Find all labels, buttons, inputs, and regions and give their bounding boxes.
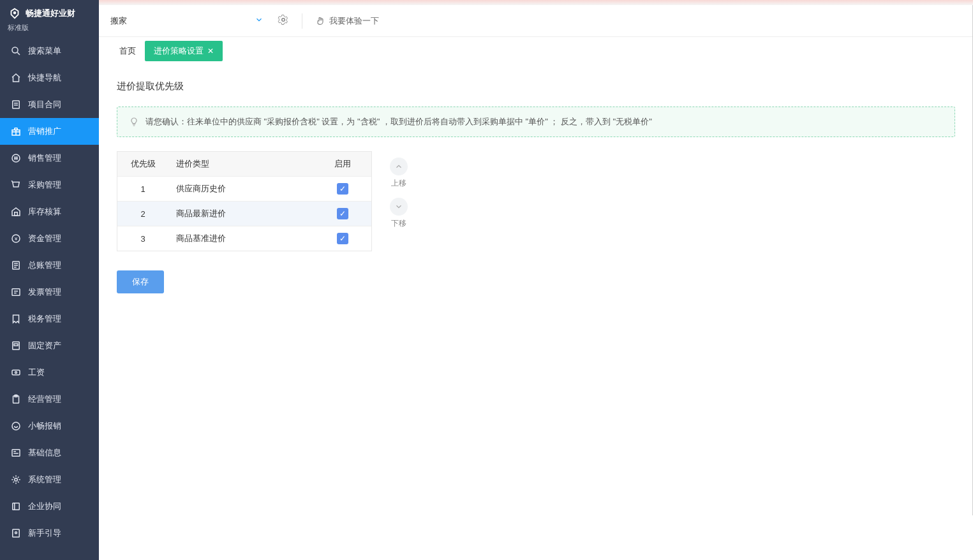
sidebar-item-search[interactable]: 搜索菜单: [0, 38, 99, 64]
move-controls: 上移 下移: [390, 151, 408, 238]
contract-icon: [10, 99, 22, 110]
sidebar-item-basicinfo[interactable]: 基础信息: [0, 439, 99, 466]
sidebar-item-guide[interactable]: 新手引导: [0, 520, 99, 547]
cell-priority: 3: [117, 228, 168, 250]
move-down-button[interactable]: [390, 198, 408, 216]
sales-icon: [10, 152, 22, 164]
expense-icon: [10, 420, 22, 432]
sidebar-item-sales[interactable]: 销售管理: [0, 145, 99, 172]
sidebar-item-expense[interactable]: 小畅报销: [0, 413, 99, 439]
info-icon: [10, 447, 22, 459]
sidebar-item-invoice[interactable]: 发票管理: [0, 279, 99, 306]
svg-point-24: [15, 372, 17, 374]
move-up-label: 上移: [391, 178, 406, 189]
tab-home[interactable]: 首页: [110, 41, 145, 61]
main-menu: 搜索菜单 快捷导航 项目合同 营销推广 销售管理 采购管理 库存核算 ¥资金管理…: [0, 38, 99, 547]
th-type: 进价类型: [168, 152, 314, 176]
sidebar-item-marketing[interactable]: 营销推广: [0, 118, 99, 145]
invoice-icon: [10, 286, 22, 298]
svg-rect-22: [14, 344, 18, 346]
brand: 畅捷通好业财: [0, 0, 99, 23]
gear-icon: [10, 474, 22, 485]
sidebar-item-label: 小畅报销: [28, 420, 61, 432]
svg-rect-11: [15, 212, 18, 216]
svg-point-31: [15, 478, 18, 482]
sidebar-item-label: 搜索菜单: [28, 45, 61, 57]
save-button[interactable]: 保存: [117, 270, 164, 293]
cell-enable: ✓: [314, 202, 371, 226]
sidebar-item-collab[interactable]: 企业协同: [0, 493, 99, 520]
content: 进价提取优先级 请您确认：往来单位中的供应商 "采购报价含税" 设置，为 "含税…: [99, 65, 973, 560]
ledger-icon: [10, 260, 22, 271]
cell-type: 商品基准进价: [168, 226, 314, 251]
svg-point-1: [12, 47, 18, 53]
org-selector-value: 搬家: [110, 15, 127, 27]
sidebar-item-label: 基础信息: [28, 447, 61, 459]
salary-icon: [10, 367, 22, 378]
sidebar-item-business[interactable]: 经营管理: [0, 386, 99, 413]
table-row[interactable]: 2 商品最新进价 ✓: [117, 201, 371, 226]
hand-icon: [315, 16, 325, 26]
cell-enable: ✓: [314, 177, 371, 201]
sidebar-item-inventory[interactable]: 库存核算: [0, 198, 99, 225]
cart-icon: [10, 179, 22, 191]
warehouse-icon: [10, 206, 22, 217]
sidebar-item-project[interactable]: 项目合同: [0, 91, 99, 118]
sidebar-item-tax[interactable]: 税务管理: [0, 306, 99, 332]
divider: [302, 13, 302, 29]
sidebar-item-salary[interactable]: 工资: [0, 359, 99, 386]
sidebar-item-label: 采购管理: [28, 179, 61, 191]
move-up-button[interactable]: [390, 158, 408, 175]
cell-type: 供应商历史价: [168, 177, 314, 201]
cell-type: 商品最新进价: [168, 202, 314, 226]
cell-enable: ✓: [314, 226, 371, 251]
svg-line-10: [11, 181, 13, 182]
table-header: 优先级 进价类型 启用: [117, 152, 371, 176]
sidebar-item-purchase[interactable]: 采购管理: [0, 172, 99, 198]
brand-edition: 标准版: [0, 23, 99, 38]
checkbox-checked[interactable]: ✓: [337, 208, 348, 219]
sidebar-item-ledger[interactable]: 总账管理: [0, 252, 99, 279]
settings-button[interactable]: [278, 14, 289, 27]
svg-point-0: [13, 11, 17, 15]
table-row[interactable]: 3 商品基准进价 ✓: [117, 226, 371, 251]
tab-price-policy[interactable]: 进价策略设置 ✕: [145, 41, 223, 61]
topbar: 搬家 我要体验一下: [99, 5, 973, 37]
svg-point-35: [15, 532, 17, 534]
org-selector[interactable]: 搬家: [110, 13, 264, 29]
table-row[interactable]: 1 供应商历史价 ✓: [117, 176, 371, 201]
tab-label: 首页: [119, 45, 136, 57]
cell-priority: 1: [117, 178, 168, 200]
sidebar-item-funds[interactable]: ¥资金管理: [0, 225, 99, 252]
checkbox-checked[interactable]: ✓: [337, 183, 348, 195]
move-down-label: 下移: [391, 218, 406, 229]
brand-logo-icon: [8, 6, 22, 20]
main-panel: 搬家 我要体验一下 首页 进价策略设置 ✕ 进价提取优先级 请您确认：往: [99, 5, 973, 560]
checkbox-checked[interactable]: ✓: [337, 233, 348, 244]
sidebar-item-label: 总账管理: [28, 260, 61, 271]
close-icon[interactable]: ✕: [207, 47, 214, 55]
page-title: 进价提取优先级: [117, 80, 955, 92]
assets-icon: [10, 340, 22, 351]
cell-priority: 2: [117, 203, 168, 225]
sidebar-item-label: 销售管理: [28, 152, 61, 164]
trial-link[interactable]: 我要体验一下: [315, 15, 379, 27]
sidebar-item-assets[interactable]: 固定资产: [0, 332, 99, 359]
chevron-down-icon: [255, 15, 264, 26]
bulb-icon: [129, 117, 139, 127]
home-icon: [10, 72, 22, 84]
alert-box: 请您确认：往来单位中的供应商 "采购报价含税" 设置，为 "含税" ，取到进价后…: [117, 107, 955, 137]
sidebar-item-label: 发票管理: [28, 286, 61, 298]
sidebar-item-label: 经营管理: [28, 394, 61, 405]
svg-text:¥: ¥: [15, 236, 18, 242]
guide-icon: [10, 527, 22, 539]
sidebar-item-label: 库存核算: [28, 206, 61, 217]
sidebar-item-label: 快捷导航: [28, 72, 61, 84]
sidebar-item-quicknav[interactable]: 快捷导航: [0, 64, 99, 91]
sidebar-item-label: 项目合同: [28, 99, 61, 110]
sidebar-item-label: 固定资产: [28, 340, 61, 351]
sidebar-item-label: 企业协同: [28, 501, 61, 512]
sidebar-item-system[interactable]: 系统管理: [0, 466, 99, 493]
sidebar: 畅捷通好业财 标准版 搜索菜单 快捷导航 项目合同 营销推广 销售管理 采购管理…: [0, 0, 99, 560]
sidebar-item-label: 营销推广: [28, 126, 61, 137]
